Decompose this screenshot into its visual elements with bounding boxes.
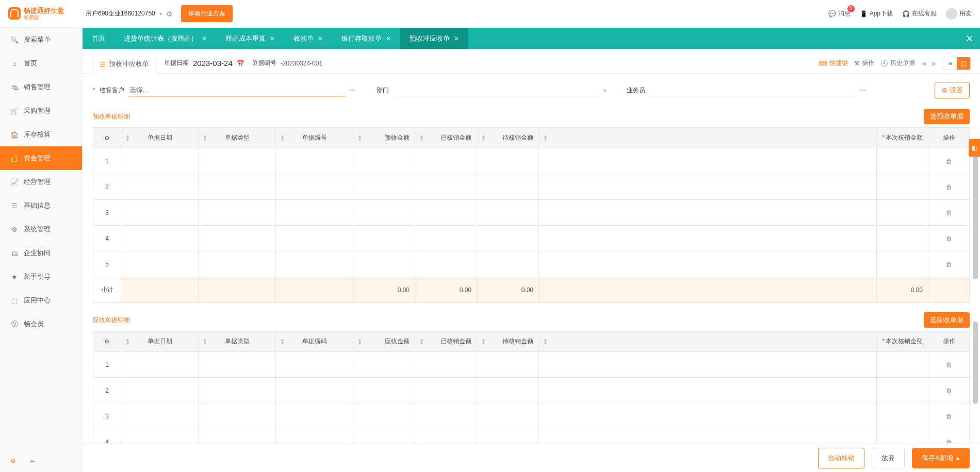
close-icon[interactable]: ✕ bbox=[386, 35, 391, 42]
col-settings[interactable]: ⚙ bbox=[93, 331, 121, 352]
operate-label: 操作 bbox=[862, 59, 874, 68]
table-row[interactable]: 2🗑 bbox=[93, 174, 970, 200]
table-row[interactable]: 5🗑 bbox=[93, 251, 970, 277]
select-prepay-button[interactable]: 选预收单据 bbox=[924, 109, 970, 124]
more-icon[interactable]: ⋯ bbox=[349, 87, 356, 94]
select-receivable-button[interactable]: 选应收单据 bbox=[924, 312, 970, 328]
col-type[interactable]: ▲▼单据类型 bbox=[199, 331, 276, 352]
trash-icon[interactable]: 🗑 bbox=[946, 387, 952, 394]
settings-button[interactable]: ⚙设置 bbox=[935, 82, 970, 98]
table-row[interactable]: 1🗑 bbox=[93, 148, 970, 174]
sidebar-item-sales[interactable]: 🛍销售管理 bbox=[0, 75, 82, 99]
doc-header-right: ⌨快捷键 ⚒操作 🕘历史单据 ◀ ▶ ≡ ◫ bbox=[819, 57, 971, 70]
trial-button[interactable]: 体验行业方案 bbox=[181, 5, 233, 22]
more-icon[interactable]: ⋯ bbox=[860, 87, 867, 94]
tab-home[interactable]: 首页 bbox=[83, 28, 115, 49]
tab-bank[interactable]: 银行存取款单✕ bbox=[332, 28, 400, 49]
trash-icon[interactable]: 🗑 bbox=[946, 235, 952, 242]
app-download-link[interactable]: 📱 App下载 bbox=[860, 9, 893, 18]
col-date[interactable]: ▲▼单据日期 bbox=[121, 331, 199, 352]
sidebar-item-search[interactable]: 🔍搜索菜单 bbox=[0, 28, 82, 52]
brand-main: 畅捷通好生意 bbox=[24, 7, 64, 14]
view-form-icon[interactable]: ◫ bbox=[957, 57, 970, 70]
col-date[interactable]: ▲▼单据日期 bbox=[121, 128, 199, 148]
chevron-down-icon[interactable]: ▾ bbox=[603, 88, 606, 93]
auto-verify-button[interactable]: 自动核销 bbox=[818, 448, 864, 468]
tab-prepay-offset[interactable]: 预收冲应收单✕ bbox=[400, 28, 468, 49]
table-row[interactable]: 3🗑 bbox=[93, 403, 970, 429]
footer: 自动核销 放弃 保存&新增▴ bbox=[83, 443, 980, 472]
user-menu[interactable]: 用友 bbox=[946, 8, 972, 20]
table-row[interactable]: 1🗑 bbox=[93, 352, 970, 378]
sidebar-item-basicinfo[interactable]: ☰基础信息 bbox=[0, 194, 82, 217]
tab-purchase-report[interactable]: 进货单统计表（按商品）✕ bbox=[115, 28, 216, 49]
col-no[interactable]: ▲▼单据编码 bbox=[276, 331, 353, 352]
sidebar-item-purchase[interactable]: 🛒采购管理 bbox=[0, 99, 82, 123]
shortcut-label: 快捷键 bbox=[829, 59, 848, 68]
view-toggle[interactable]: ≡ ◫ bbox=[943, 57, 971, 70]
close-icon[interactable]: ✕ bbox=[270, 35, 275, 42]
gear-icon[interactable]: ⚙ bbox=[166, 10, 173, 18]
sidebar-item-label: 搜索菜单 bbox=[24, 35, 51, 44]
sidebar-item-collab[interactable]: 🗂企业协同 bbox=[0, 241, 82, 265]
col-verified-amt[interactable]: ▲▼已核销金额 bbox=[415, 331, 477, 352]
col-verified-amt[interactable]: ▲▼已核销金额 bbox=[415, 128, 477, 148]
sidebar-item-finance[interactable]: 💰资金管理 bbox=[0, 146, 82, 170]
trash-icon[interactable]: 🗑 bbox=[946, 361, 952, 368]
trash-icon[interactable]: 🗑 bbox=[946, 261, 952, 268]
next-doc[interactable]: ▶ bbox=[932, 60, 937, 67]
doc-date[interactable]: 单据日期 2023-03-24 📅 bbox=[164, 59, 244, 68]
col-prepay-amt[interactable]: ▲▼预收金额 bbox=[353, 128, 415, 148]
col-settings[interactable]: ⚙ bbox=[93, 128, 121, 148]
sidebar-item-system[interactable]: ⚙系统管理 bbox=[0, 217, 82, 241]
close-icon[interactable]: ✕ bbox=[318, 35, 323, 42]
view-list-icon[interactable]: ≡ bbox=[943, 57, 957, 70]
trash-icon[interactable]: 🗑 bbox=[946, 183, 952, 191]
col-pending-amt[interactable]: ▲▼待核销金额 bbox=[477, 128, 539, 148]
messages-link[interactable]: 💬 消息 5 bbox=[828, 9, 851, 18]
customer-input[interactable] bbox=[128, 84, 345, 96]
close-icon[interactable]: ✕ bbox=[202, 35, 207, 42]
sidebar-item-home[interactable]: ⌂首页 bbox=[0, 52, 82, 75]
col-no[interactable]: ▲▼单据编号 bbox=[276, 128, 353, 148]
sidebar-item-inventory[interactable]: 🏠库存核算 bbox=[0, 123, 82, 146]
close-all-tabs[interactable]: ✕ bbox=[958, 28, 980, 49]
staff-input[interactable] bbox=[649, 84, 856, 96]
sidebar-item-guide[interactable]: ★新手引导 bbox=[0, 265, 82, 289]
dept-input[interactable] bbox=[393, 84, 599, 96]
dept-label: 部门 bbox=[377, 86, 389, 95]
trash-icon[interactable]: 🗑 bbox=[946, 413, 952, 420]
scrollbar-thumb[interactable] bbox=[973, 150, 978, 279]
col-pending-amt[interactable]: ▲▼待核销金额 bbox=[477, 331, 539, 352]
tab-cost-recalc[interactable]: 商品成本重算✕ bbox=[216, 28, 284, 49]
sidebar-item-operation[interactable]: 📈经营管理 bbox=[0, 170, 82, 194]
trash-icon[interactable]: 🗑 bbox=[946, 158, 952, 165]
avatar bbox=[946, 8, 957, 20]
sidebar-item-appcenter[interactable]: ⬚应用中心 bbox=[0, 289, 82, 312]
org-selector[interactable]: 用户690企业1660120750 ▾ bbox=[86, 9, 162, 18]
scrollbar-thumb[interactable] bbox=[973, 322, 978, 404]
col-this-amt[interactable]: 本次核销金额 bbox=[877, 128, 928, 148]
history-link[interactable]: 🕘历史单据 bbox=[880, 59, 915, 68]
operate-link[interactable]: ⚒操作 bbox=[854, 59, 874, 68]
table-row[interactable]: 3🗑 bbox=[93, 200, 970, 226]
sidebar-item-member[interactable]: Ⓥ畅会员 bbox=[0, 312, 82, 336]
tab-receipt[interactable]: 收款单✕ bbox=[284, 28, 332, 49]
col-type[interactable]: ▲▼单据类型 bbox=[199, 128, 276, 148]
discard-button[interactable]: 放弃 bbox=[872, 448, 905, 468]
close-icon[interactable]: ✕ bbox=[454, 35, 459, 42]
prev-doc[interactable]: ◀ bbox=[921, 60, 926, 67]
shortcut-link[interactable]: ⌨快捷键 bbox=[819, 59, 848, 68]
table-row[interactable]: 4🗑 bbox=[93, 226, 970, 251]
trash-icon[interactable]: 🗑 bbox=[946, 209, 952, 216]
settings-icon[interactable]: ⚙ bbox=[10, 458, 16, 465]
calendar-icon[interactable]: 📅 bbox=[237, 60, 244, 67]
support-link[interactable]: 🎧 在线客服 bbox=[902, 9, 937, 18]
col-this-amt[interactable]: 本次核销金额 bbox=[877, 331, 928, 352]
col-receivable-amt[interactable]: ▲▼应收金额 bbox=[353, 331, 415, 352]
col-blank: ▲▼ bbox=[539, 331, 877, 352]
table-row[interactable]: 2🗑 bbox=[93, 378, 970, 403]
save-new-button[interactable]: 保存&新增▴ bbox=[912, 448, 970, 468]
float-side-tab[interactable]: ◧ bbox=[969, 139, 980, 157]
collapse-icon[interactable]: ⇤ bbox=[30, 458, 36, 465]
